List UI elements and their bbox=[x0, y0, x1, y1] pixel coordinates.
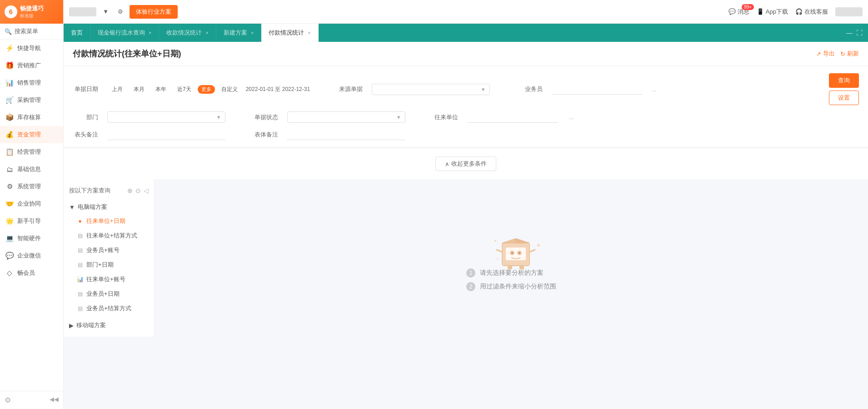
tab-payments[interactable]: 付款情况统计 × bbox=[261, 24, 318, 42]
collapse-button[interactable]: ∧ 收起更多条件 bbox=[435, 157, 496, 171]
source-doc-label: 来源单据 bbox=[337, 85, 363, 93]
scheme-item-0[interactable]: ● 往来单位+日期 bbox=[64, 214, 154, 228]
online-service-button[interactable]: 🎧 在线客服 bbox=[795, 8, 828, 16]
sidebar-item-label: 经营管理 bbox=[17, 148, 41, 156]
sidebar-item-member[interactable]: ◇ 畅会员 bbox=[0, 264, 63, 282]
tab-new-scheme[interactable]: 新建方案 × bbox=[216, 24, 261, 42]
messages-button[interactable]: 💬 消息 99+ bbox=[728, 8, 749, 16]
filter-right-actions: 查询 设置 bbox=[829, 73, 859, 105]
sidebar-item-inventory[interactable]: 📦 库存核算 bbox=[0, 109, 63, 126]
filter-row-2: 部门 ▾ 单据状态 ▾ 往来单位 ... bbox=[73, 111, 859, 123]
svg-line-8 bbox=[497, 250, 502, 252]
mobile-group-arrow: ▶ bbox=[69, 322, 74, 329]
scheme-item-3[interactable]: ▤ 部门+日期 bbox=[64, 258, 154, 272]
date-range-display: 2022-01-01 至 2022-12-31 bbox=[246, 86, 310, 93]
tab-cash-flow[interactable]: 现金银行流水查询 × bbox=[90, 24, 159, 42]
message-badge: 99+ bbox=[742, 4, 754, 10]
header-note-label: 表头备注 bbox=[73, 131, 98, 139]
svg-rect-11 bbox=[519, 266, 524, 269]
empty-text: 1 请先选择要分析的方案 2 用过滤条件来缩小分析范围 bbox=[466, 268, 556, 291]
sidebar-item-operation[interactable]: 📋 经营管理 bbox=[0, 143, 63, 161]
scheme-item-2[interactable]: ▤ 业务员+账号 bbox=[64, 243, 154, 258]
minimize-button[interactable]: — bbox=[846, 29, 853, 36]
refresh-button[interactable]: ↻ 刷新 bbox=[840, 50, 859, 58]
dropdown-button[interactable]: ▼ bbox=[100, 6, 111, 17]
scheme-item-0-icon: ● bbox=[76, 217, 84, 225]
chip-this-month[interactable]: 本月 bbox=[129, 84, 149, 95]
user-avatar-placeholder bbox=[69, 7, 96, 16]
manage-scheme-icon[interactable]: ⊙ bbox=[135, 187, 141, 194]
doc-status-select[interactable]: ▾ bbox=[287, 111, 405, 123]
svg-rect-3 bbox=[506, 247, 526, 260]
scheme-item-4-icon: 📊 bbox=[76, 276, 84, 283]
operation-icon: 📋 bbox=[5, 148, 14, 156]
scheme-item-4-label: 往来单位+账号 bbox=[86, 275, 125, 283]
sidebar-item-label: 库存核算 bbox=[17, 113, 41, 121]
sidebar-item-marketing[interactable]: 🎁 营销推广 bbox=[0, 57, 63, 74]
app-download-button[interactable]: 📱 App下载 bbox=[757, 8, 788, 16]
cash-flow-tab-close[interactable]: × bbox=[149, 30, 151, 35]
tab-receipts[interactable]: 收款情况统计 × bbox=[159, 24, 216, 42]
scheme-item-5[interactable]: ▤ 业务员+日期 bbox=[64, 287, 154, 301]
svg-point-14 bbox=[497, 258, 499, 260]
desktop-group-label: 电脑端方案 bbox=[78, 203, 107, 211]
sidebar-item-guide[interactable]: 🌟 新手引导 bbox=[0, 212, 63, 230]
sidebar-item-sales[interactable]: 📊 销售管理 bbox=[0, 74, 63, 91]
sidebar-nav: ⚡ 快捷导航 🎁 营销推广 📊 销售管理 🛒 采购管理 📦 库存核算 💰 bbox=[0, 40, 63, 391]
query-button[interactable]: 查询 bbox=[829, 73, 859, 88]
scheme-item-1[interactable]: ▤ 往来单位+结算方式 bbox=[64, 228, 154, 243]
collapse-scheme-icon[interactable]: ◁ bbox=[144, 187, 149, 194]
sidebar-item-wechat[interactable]: 💬 企业微信 bbox=[0, 247, 63, 264]
footer-settings-icon[interactable]: ⚙ bbox=[5, 396, 11, 404]
collapse-row: ∧ 收起更多条件 bbox=[64, 148, 868, 179]
partner-label: 往来单位 bbox=[433, 113, 458, 121]
sidebar-item-quick-nav[interactable]: ⚡ 快捷导航 bbox=[0, 40, 63, 57]
new-scheme-tab-close[interactable]: × bbox=[251, 30, 254, 35]
chip-this-year[interactable]: 本年 bbox=[151, 84, 171, 95]
chip-custom[interactable]: 自定义 bbox=[217, 84, 242, 95]
sidebar-item-system[interactable]: ⚙ 系统管理 bbox=[0, 178, 63, 195]
sidebar-item-collab[interactable]: 🤝 企业协同 bbox=[0, 195, 63, 212]
settings-gear-button[interactable]: ⚙ bbox=[115, 6, 126, 17]
scheme-item-4[interactable]: 📊 往来单位+账号 bbox=[64, 272, 154, 287]
chip-last-month[interactable]: 上月 bbox=[107, 84, 127, 95]
agent-input[interactable] bbox=[552, 84, 643, 95]
dept-select[interactable]: ▾ bbox=[107, 111, 225, 123]
chip-more[interactable]: 更多 bbox=[198, 85, 215, 94]
sidebar-item-basic-info[interactable]: 🗂 基础信息 bbox=[0, 161, 63, 178]
add-scheme-icon[interactable]: ⊕ bbox=[127, 187, 133, 194]
marketing-icon: 🎁 bbox=[5, 61, 14, 70]
svg-point-7 bbox=[519, 252, 520, 254]
cash-flow-tab-label: 现金银行流水查询 bbox=[98, 29, 145, 37]
settings-button[interactable]: 设置 bbox=[829, 91, 859, 105]
window-buttons: — ⛶ bbox=[841, 29, 868, 36]
partner-more-icon[interactable]: ... bbox=[569, 114, 574, 121]
step-2-num: 2 bbox=[466, 282, 475, 291]
desktop-group-header[interactable]: ▼ 电脑端方案 bbox=[64, 200, 154, 214]
source-doc-select[interactable]: ▾ bbox=[372, 84, 490, 95]
mobile-group-header[interactable]: ▶ 移动端方案 bbox=[64, 318, 154, 332]
scheme-item-5-label: 业务员+日期 bbox=[86, 290, 120, 298]
chip-last-7days[interactable]: 近7天 bbox=[173, 84, 196, 95]
sidebar-brand: 畅捷通巧 标准版 bbox=[20, 5, 44, 19]
trial-button[interactable]: 体验行业方案 bbox=[130, 5, 178, 19]
export-button[interactable]: ↗ 导出 bbox=[816, 50, 835, 58]
tab-home[interactable]: 首页 bbox=[64, 24, 90, 42]
maximize-button[interactable]: ⛶ bbox=[856, 29, 863, 36]
partner-input[interactable] bbox=[467, 112, 558, 123]
receipts-tab-close[interactable]: × bbox=[205, 30, 208, 35]
footer-collapse-icon[interactable]: ◀◀ bbox=[50, 396, 59, 404]
empty-illustration bbox=[489, 225, 534, 261]
svg-point-13 bbox=[537, 244, 540, 247]
scheme-item-6[interactable]: ▤ 业务员+结算方式 bbox=[64, 301, 154, 316]
sidebar-item-finance[interactable]: 💰 资金管理 bbox=[0, 126, 63, 143]
scheme-header-actions: ⊕ ⊙ ◁ bbox=[127, 187, 149, 194]
svg-line-9 bbox=[529, 250, 535, 252]
sidebar-item-hardware[interactable]: 💻 智能硬件 bbox=[0, 230, 63, 247]
sidebar-item-purchase[interactable]: 🛒 采购管理 bbox=[0, 91, 63, 109]
sidebar-search[interactable]: 🔍 搜索菜单 bbox=[0, 24, 63, 40]
payments-tab-close[interactable]: × bbox=[308, 30, 310, 35]
agent-more-icon[interactable]: ... bbox=[652, 86, 657, 93]
header-note-input[interactable] bbox=[107, 129, 225, 140]
body-note-input[interactable] bbox=[287, 129, 405, 140]
